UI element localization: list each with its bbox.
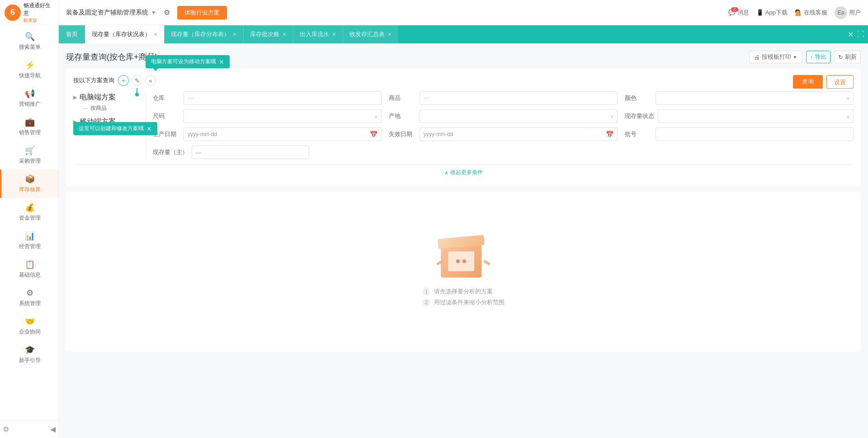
sidebar-item-basic[interactable]: 📋 基础信息 bbox=[0, 255, 58, 283]
lightning-icon: ⚡ bbox=[25, 60, 35, 70]
field-goods: 商品 ··· bbox=[389, 91, 618, 105]
stock-status-select[interactable]: ∨ bbox=[658, 109, 854, 123]
query-header: 按以下方案查询 + ✎ « 电脑方案可设为移动方案哦 ✕ bbox=[73, 75, 854, 86]
back-scheme-button[interactable]: « bbox=[145, 75, 156, 86]
money-icon: 💰 bbox=[25, 203, 35, 212]
collapse-bar[interactable]: ∧ 收起更多条件 bbox=[73, 165, 854, 180]
production-date-input[interactable]: yyyy-mm-dd 📅 bbox=[184, 127, 382, 141]
app-download-action[interactable]: 📱 App下载 bbox=[756, 9, 788, 17]
inventory-min-input[interactable]: — bbox=[192, 146, 309, 159]
tab-inout-flow[interactable]: 出入库流水 ✕ bbox=[293, 25, 343, 43]
tooltip1-close[interactable]: ✕ bbox=[219, 58, 224, 66]
search-button[interactable]: 查询 bbox=[793, 75, 823, 89]
tab-close-recv-send[interactable]: ✕ bbox=[387, 31, 392, 38]
refresh-button[interactable]: ↻ 刷新 bbox=[834, 51, 861, 63]
topbar-settings-icon[interactable]: ⚙ bbox=[164, 8, 170, 17]
user-action[interactable]: Ea 用户 bbox=[835, 6, 861, 19]
sidebar-item-purchase[interactable]: 🛒 采购管理 bbox=[0, 141, 58, 170]
sidebar-logo: 6 畅通通好生意 标准版 bbox=[0, 0, 58, 25]
user-avatar: Ea bbox=[835, 6, 847, 19]
field-origin: 产地 ∨ bbox=[389, 109, 618, 123]
scheme-pc-sub-1[interactable]: — 按商品 bbox=[82, 104, 140, 113]
inventory-row: 现存量（主） — bbox=[153, 146, 854, 159]
tab-expand-icon[interactable]: ⛶ bbox=[857, 30, 864, 38]
sidebar-item-quick[interactable]: ⚡ 快捷导航 bbox=[0, 56, 58, 84]
sidebar-item-finance[interactable]: 💰 资金管理 bbox=[0, 198, 58, 226]
message-icon-wrapper: 💬 6 bbox=[728, 9, 736, 16]
clipboard-icon: 📋 bbox=[25, 259, 35, 269]
expiry-date-input[interactable]: yyyy-mm-dd 📅 bbox=[420, 127, 618, 141]
arm-right bbox=[483, 259, 491, 265]
form-row-1: 仓库 ··· 商品 ··· 颜色 bbox=[153, 91, 854, 105]
tab-inventory-dist[interactable]: 现存量（库存分布表） ✕ bbox=[164, 25, 243, 43]
stock-status-dropdown-icon: ∨ bbox=[846, 114, 849, 119]
calendar2-icon: 📅 bbox=[606, 131, 613, 138]
box-face bbox=[448, 251, 474, 271]
sidebar-item-operations[interactable]: 📊 经营管理 bbox=[0, 226, 58, 255]
form-row-3: 生产日期 yyyy-mm-dd 📅 失效日期 yyyy-mm-dd 📅 bbox=[153, 127, 854, 141]
batch-input[interactable] bbox=[656, 127, 854, 141]
query-label: 按以下方案查询 bbox=[73, 76, 114, 85]
tab-batch-ledger[interactable]: 库存批次账 ✕ bbox=[243, 25, 293, 43]
chart-icon: 📊 bbox=[25, 231, 35, 241]
support-action[interactable]: 💁 在线客服 bbox=[795, 9, 827, 17]
origin-dropdown-icon: ∨ bbox=[610, 114, 613, 119]
tab-close-batch-ledger[interactable]: ✕ bbox=[282, 31, 287, 38]
topbar-right: 💬 6 消息 📱 App下载 💁 在线客服 Ea 用户 bbox=[728, 6, 861, 19]
add-scheme-button[interactable]: + bbox=[118, 75, 129, 86]
trial-button[interactable]: 体验行业方案 bbox=[177, 6, 227, 19]
print-button[interactable]: 🖨 按模板打印 ▼ bbox=[749, 51, 802, 63]
field-warehouse: 仓库 ··· bbox=[153, 91, 382, 105]
eye-right bbox=[462, 259, 466, 263]
sidebar-item-guide[interactable]: 🎓 新手引导 bbox=[0, 340, 58, 369]
print-icon: 🖨 bbox=[754, 54, 760, 61]
scheme-pc-subs: — 按商品 bbox=[73, 104, 140, 113]
export-button[interactable]: ↑ 导出 bbox=[806, 51, 831, 63]
size-dropdown-icon: ∨ bbox=[374, 114, 377, 119]
sidebar-item-inventory[interactable]: 📦 库存核算 bbox=[0, 170, 58, 198]
field-color: 颜色 ∨ bbox=[625, 91, 854, 105]
warehouse-input[interactable]: ··· bbox=[184, 91, 382, 105]
sidebar-item-search[interactable]: 🔍 搜索菜单 bbox=[0, 27, 58, 56]
edit-icon: ✎ bbox=[135, 77, 140, 84]
goods-input[interactable]: ··· bbox=[420, 91, 618, 105]
message-action[interactable]: 💬 6 消息 bbox=[728, 9, 749, 17]
sidebar-item-sales[interactable]: 💼 销售管理 bbox=[0, 113, 58, 141]
query-form: 仓库 ··· 商品 ··· 颜色 bbox=[153, 91, 854, 159]
tab-recv-send[interactable]: 收发存汇总表 ✕ bbox=[343, 25, 398, 43]
topbar: 装备及固定资产辅助管理系统 ▼ ⚙ 体验行业方案 💬 6 消息 📱 App下载 … bbox=[59, 0, 868, 25]
field-size: 尺码 ∨ bbox=[153, 109, 382, 123]
tab-close-inventory-dist[interactable]: ✕ bbox=[232, 31, 237, 38]
size-select[interactable]: ∨ bbox=[184, 109, 382, 123]
empty-illustration bbox=[436, 228, 491, 278]
sidebar-item-marketing[interactable]: 📢 营销推广 bbox=[0, 84, 58, 113]
tab-close-all-icon[interactable]: ✕ bbox=[848, 30, 854, 39]
sidebar-item-enterprise[interactable]: 🤝 企业协同 bbox=[0, 312, 58, 340]
origin-select[interactable]: ∨ bbox=[420, 109, 618, 123]
footer-collapse-icon[interactable]: ◀ bbox=[50, 425, 56, 433]
tab-close-inout-flow[interactable]: ✕ bbox=[332, 31, 336, 38]
tab-inventory-status[interactable]: 现存量（库存状况表） ✕ bbox=[85, 25, 164, 43]
reset-button[interactable]: 设置 bbox=[826, 75, 854, 89]
color-select[interactable]: ∨ bbox=[656, 91, 854, 105]
search-icon: 🔍 bbox=[25, 32, 35, 42]
field-expiry-date: 失效日期 yyyy-mm-dd 📅 bbox=[389, 127, 618, 141]
sidebar: 6 畅通通好生意 标准版 🔍 搜索菜单 ⚡ 快捷导航 📢 营销推广 💼 销售管理… bbox=[0, 0, 59, 438]
support-icon: 💁 bbox=[795, 9, 802, 16]
query-right-actions: 查询 设置 bbox=[793, 75, 854, 89]
sidebar-item-system[interactable]: ⚙ 系统管理 bbox=[0, 283, 58, 312]
tooltip2-close[interactable]: ✕ bbox=[146, 125, 152, 132]
logo-text: 畅通通好生意 标准版 bbox=[24, 2, 54, 24]
query-body: ▶ 电脑端方案 — 按商品 ▶ 移动端方案 bbox=[73, 91, 854, 159]
tooltip-edit-scheme: 这里可以创建和修改方案哦 ✕ bbox=[73, 122, 157, 135]
footer-settings-icon[interactable]: ⚙ bbox=[3, 425, 9, 433]
scheme-pc[interactable]: ▶ 电脑端方案 bbox=[73, 91, 140, 104]
query-panel: 按以下方案查询 + ✎ « 电脑方案可设为移动方案哦 ✕ bbox=[66, 69, 861, 186]
megaphone-icon: 📢 bbox=[25, 89, 35, 99]
field-production-date: 生产日期 yyyy-mm-dd 📅 bbox=[153, 127, 382, 141]
tab-home[interactable]: 首页 bbox=[59, 25, 85, 43]
tab-close-inventory-status[interactable]: ✕ bbox=[153, 31, 158, 38]
tabbar: 首页 现存量（库存状况表） ✕ 现存量（库存分布表） ✕ 库存批次账 ✕ 出入库… bbox=[59, 25, 868, 43]
edit-scheme-button[interactable]: ✎ bbox=[132, 75, 142, 86]
collapse-arrow-icon: ∧ bbox=[444, 170, 448, 176]
